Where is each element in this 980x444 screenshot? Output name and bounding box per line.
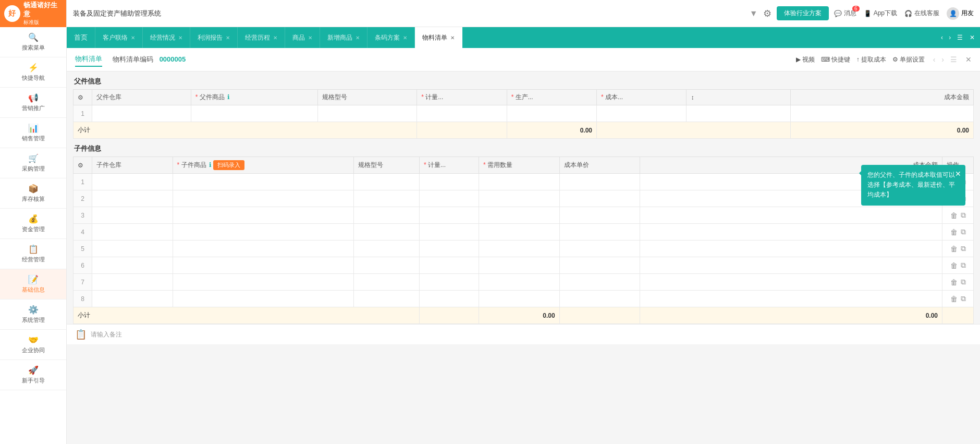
tab-new-product[interactable]: 新增商品 ✕ (320, 27, 368, 48)
produce-cell[interactable] (507, 105, 596, 122)
header-nav-left[interactable]: ‹ (933, 55, 936, 64)
copy-icon[interactable]: ⧉ (961, 211, 966, 220)
delete-icon[interactable]: 🗑 (950, 228, 958, 236)
sidebar-item-enterprise[interactable]: 🤝 企业协同 (0, 330, 66, 360)
child-product-cell[interactable] (173, 190, 354, 207)
child-qty-cell[interactable] (479, 241, 560, 257)
child-warehouse-cell[interactable] (92, 274, 173, 291)
child-qty-cell[interactable] (479, 274, 560, 291)
child-unit-cost-cell[interactable] (559, 190, 640, 207)
child-spec-cell[interactable] (354, 274, 420, 291)
sidebar-item-inventory[interactable]: 📦 库存核算 (0, 178, 66, 209)
child-unit-cost-cell[interactable] (559, 224, 640, 241)
child-product-cell[interactable] (173, 224, 354, 241)
delete-icon[interactable]: 🗑 (950, 211, 958, 220)
spec-cell[interactable] (318, 105, 417, 122)
scan-button[interactable]: 扫码录入 (213, 160, 244, 170)
child-cost-amount-cell[interactable] (640, 257, 942, 274)
header-close[interactable]: ✕ (965, 55, 972, 64)
child-spec-cell[interactable] (354, 241, 420, 257)
child-unit-cost-cell[interactable] (559, 274, 640, 291)
child-unit-cost-cell[interactable] (559, 241, 640, 257)
page-tab-bom[interactable]: 物料清单 (75, 52, 102, 67)
child-warehouse-cell[interactable] (92, 257, 173, 274)
shortcut-action[interactable]: ⌨ 快捷键 (821, 55, 850, 64)
child-qty-cell[interactable] (479, 224, 560, 241)
online-service-action[interactable]: 🎧 在线客服 (904, 9, 939, 18)
nav-menu-icon[interactable]: ☰ (957, 34, 963, 41)
tab-customer[interactable]: 客户联络 ✕ (95, 27, 143, 48)
child-qty-cell[interactable] (479, 257, 560, 274)
nav-close-icon[interactable]: ✕ (970, 34, 975, 41)
child-unit-cost-cell[interactable] (559, 207, 640, 224)
cost-cell[interactable] (597, 105, 687, 122)
copy-icon[interactable]: ⧉ (961, 261, 966, 270)
child-spec-cell[interactable] (354, 207, 420, 224)
sidebar-item-marketing[interactable]: 📢 营销推广 (0, 88, 66, 118)
sidebar-item-quick-nav[interactable]: ⚡ 快捷导航 (0, 57, 66, 88)
child-warehouse-cell[interactable] (92, 224, 173, 241)
child-unit-cell[interactable] (420, 274, 479, 291)
child-cost-amount-cell[interactable] (640, 224, 942, 241)
tab-close-icon[interactable]: ✕ (403, 35, 407, 41)
tab-history[interactable]: 经营历程 ✕ (238, 27, 285, 48)
parent-warehouse-cell[interactable] (92, 105, 191, 122)
child-unit-cell[interactable] (420, 207, 479, 224)
unit-cell[interactable] (417, 105, 507, 122)
trial-btn[interactable]: 体验行业方案 (777, 6, 829, 20)
child-spec-cell[interactable] (354, 291, 420, 307)
child-unit-cost-cell[interactable] (559, 257, 640, 274)
child-qty-cell[interactable] (479, 190, 560, 207)
sidebar-item-search[interactable]: 🔍 搜索菜单 (0, 27, 66, 57)
header-menu[interactable]: ☰ (950, 55, 957, 64)
child-qty-cell[interactable] (479, 291, 560, 307)
tab-close-icon[interactable]: ✕ (273, 35, 277, 41)
copy-icon[interactable]: ⧉ (961, 244, 966, 253)
delete-icon[interactable]: 🗑 (950, 261, 958, 270)
child-warehouse-cell[interactable] (92, 241, 173, 257)
child-product-cell[interactable] (173, 174, 354, 190)
child-unit-cell[interactable] (420, 224, 479, 241)
tab-profit[interactable]: 利润报告 ✕ (190, 27, 238, 48)
child-unit-cost-cell[interactable] (559, 174, 640, 190)
child-cost-amount-cell[interactable] (640, 291, 942, 307)
parent-product-cell[interactable] (191, 105, 317, 122)
copy-icon[interactable]: ⧉ (961, 278, 966, 286)
tab-close-icon[interactable]: ✕ (131, 35, 135, 41)
child-product-cell[interactable] (173, 207, 354, 224)
child-spec-cell[interactable] (354, 174, 420, 190)
child-spec-cell[interactable] (354, 224, 420, 241)
child-unit-cell[interactable] (420, 257, 479, 274)
nav-prev-icon[interactable]: ‹ (941, 34, 943, 41)
tooltip-close[interactable]: ✕ (955, 168, 961, 179)
tab-home[interactable]: 首页 (67, 27, 95, 48)
copy-icon[interactable]: ⧉ (961, 294, 966, 303)
header-nav-right[interactable]: › (941, 55, 944, 64)
child-cost-amount-cell[interactable] (640, 241, 942, 257)
sidebar-item-basic-info[interactable]: 📝 基础信息 (0, 269, 66, 299)
settings-icon[interactable]: ⚙ (763, 8, 771, 19)
child-unit-cell[interactable] (420, 241, 479, 257)
tab-operations[interactable]: 经营情况 ✕ (143, 27, 190, 48)
child-unit-cell[interactable] (420, 174, 479, 190)
child-qty-cell[interactable] (479, 207, 560, 224)
tab-products[interactable]: 商品 ✕ (285, 27, 320, 48)
single-settings-action[interactable]: ⚙ 单据设置 (892, 55, 925, 64)
sidebar-item-sales[interactable]: 📊 销售管理 (0, 118, 66, 148)
tab-close-icon[interactable]: ✕ (356, 35, 360, 41)
delete-icon[interactable]: 🗑 (950, 245, 958, 253)
child-warehouse-cell[interactable] (92, 190, 173, 207)
child-cost-amount-cell[interactable] (640, 274, 942, 291)
sidebar-item-purchase[interactable]: 🛒 采购管理 (0, 148, 66, 178)
topbar-dropdown-arrow[interactable]: ▼ (750, 9, 758, 18)
note-placeholder[interactable]: 请输入备注 (91, 330, 122, 339)
app-download-action[interactable]: 📱 App下载 (864, 9, 897, 18)
tab-bom[interactable]: 物料清单 ✕ (415, 27, 462, 48)
child-warehouse-cell[interactable] (92, 207, 173, 224)
child-warehouse-cell[interactable] (92, 174, 173, 190)
tab-close-icon[interactable]: ✕ (308, 35, 312, 41)
child-unit-cell[interactable] (420, 190, 479, 207)
user-menu[interactable]: 👤 用友 (947, 7, 974, 20)
child-qty-cell[interactable] (479, 174, 560, 190)
child-unit-cost-cell[interactable] (559, 291, 640, 307)
